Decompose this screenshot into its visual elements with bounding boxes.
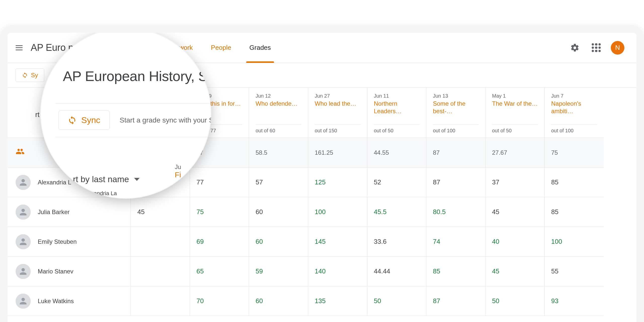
- assignment-header[interactable]: Jun 11 Northern Leaders… out of 50: [367, 88, 426, 138]
- sync-button[interactable]: Sy: [16, 68, 44, 82]
- assignment-outof: out of 150: [315, 128, 337, 133]
- magnified-sync-description: Start a grade sync with your SIS: [120, 116, 211, 124]
- student-row-header[interactable]: Emily Steuben: [8, 227, 131, 257]
- assignment-title: Who defende…: [256, 100, 301, 107]
- assignment-title: The War of the…: [492, 100, 538, 107]
- overall-grade-cell[interactable]: [131, 257, 190, 286]
- grade-cell[interactable]: 50: [367, 286, 426, 316]
- gear-icon[interactable]: [570, 43, 580, 53]
- class-avg-cell: 75: [545, 138, 604, 168]
- class-avg-cell: 161.25: [308, 138, 367, 168]
- assignment-outof: out of 60: [256, 128, 275, 133]
- assignment-date: Jun 27: [315, 93, 360, 99]
- magnifier-overlay: AP European History, Su Sync Start a gra…: [40, 33, 211, 199]
- sync-icon: [22, 72, 28, 78]
- class-avg-cell: 27.67: [486, 138, 545, 168]
- grade-cell[interactable]: 85: [426, 257, 486, 286]
- class-avg-cell: 87: [426, 138, 486, 168]
- assignment-title: Who lead the…: [315, 100, 360, 107]
- assignment-date: Jun 13: [433, 93, 479, 99]
- grade-cell[interactable]: 60: [249, 227, 308, 257]
- grade-cell[interactable]: 74: [426, 227, 486, 257]
- student-avatar: [16, 175, 31, 190]
- assignment-date: Jun 7: [551, 93, 597, 99]
- grade-cell[interactable]: 85: [545, 197, 604, 227]
- student-avatar: [16, 294, 31, 309]
- grade-cell[interactable]: 33.6: [367, 227, 426, 257]
- student-row-header[interactable]: Julia Barker: [8, 197, 131, 227]
- grade-cell[interactable]: 77: [190, 168, 249, 197]
- grade-cell[interactable]: 60: [249, 286, 308, 316]
- assignment-header[interactable]: Jun 27 Who lead the… out of 150: [308, 88, 367, 138]
- apps-icon[interactable]: [592, 43, 601, 52]
- grade-cell[interactable]: 52: [367, 168, 426, 197]
- class-avg-cell: 44.55: [367, 138, 426, 168]
- grade-cell[interactable]: 60: [249, 197, 308, 227]
- magnified-col-date: Ju: [175, 164, 181, 171]
- magnified-col-title: Fi: [175, 171, 181, 179]
- overall-grade-cell[interactable]: [131, 227, 190, 257]
- magnified-sync-label: Sync: [81, 115, 100, 125]
- sync-icon: [68, 116, 77, 125]
- assignment-outof: out of 100: [433, 128, 455, 133]
- grade-cell[interactable]: 87: [426, 168, 486, 197]
- student-name: Alexandria L: [38, 179, 71, 186]
- grade-cell[interactable]: 100: [308, 197, 367, 227]
- class-avg-cell: 58.5: [249, 138, 308, 168]
- grade-cell[interactable]: 45: [486, 257, 545, 286]
- grade-cell[interactable]: 40: [486, 227, 545, 257]
- assignment-title: Northern Leaders…: [374, 100, 420, 115]
- chevron-down-icon[interactable]: [134, 178, 140, 181]
- grade-cell[interactable]: 140: [308, 257, 367, 286]
- grade-cell[interactable]: 44.44: [367, 257, 426, 286]
- assignment-outof: out of 50: [374, 128, 393, 133]
- grade-cell[interactable]: 93: [545, 286, 604, 316]
- student-avatar: [16, 264, 31, 279]
- grade-cell[interactable]: 37: [486, 168, 545, 197]
- grade-cell[interactable]: 80.5: [426, 197, 486, 227]
- student-row-header[interactable]: Luke Watkins: [8, 286, 131, 316]
- people-icon: [16, 147, 25, 158]
- grade-cell[interactable]: 100: [545, 227, 604, 257]
- assignment-title: Some of the best-…: [433, 100, 479, 115]
- magnified-sync-button[interactable]: Sync: [58, 110, 110, 130]
- student-row-header[interactable]: Mario Stanev: [8, 257, 131, 286]
- assignment-date: May 1: [492, 93, 538, 99]
- assignment-date: Jun 12: [256, 93, 301, 99]
- assignment-header[interactable]: Jun 13 Some of the best-… out of 100: [426, 88, 486, 138]
- student-name: Emily Steuben: [38, 238, 77, 245]
- overall-grade-cell[interactable]: [131, 286, 190, 316]
- magnified-sort-label[interactable]: rt by last name: [73, 174, 129, 184]
- tab-people[interactable]: People: [211, 33, 231, 63]
- student-name: Julia Barker: [38, 209, 70, 216]
- assignment-header[interactable]: May 1 The War of the… out of 50: [486, 88, 545, 138]
- grade-cell[interactable]: 145: [308, 227, 367, 257]
- grade-cell[interactable]: 59: [249, 257, 308, 286]
- avatar[interactable]: N: [611, 41, 624, 55]
- grade-cell[interactable]: 69: [190, 227, 249, 257]
- assignment-title: Napoleon's ambiti…: [551, 100, 597, 115]
- grade-cell[interactable]: 57: [249, 168, 308, 197]
- assignment-header[interactable]: Jun 12 Who defende… out of 60: [249, 88, 308, 138]
- grade-cell[interactable]: 55: [545, 257, 604, 286]
- student-name: Luke Watkins: [38, 298, 74, 305]
- grade-cell[interactable]: 70: [190, 286, 249, 316]
- student-avatar: [16, 234, 31, 249]
- tab-grades[interactable]: Grades: [249, 33, 271, 63]
- grade-cell[interactable]: 45: [486, 197, 545, 227]
- grade-cell[interactable]: 125: [308, 168, 367, 197]
- menu-icon[interactable]: [16, 44, 23, 51]
- grade-cell[interactable]: 65: [190, 257, 249, 286]
- grade-cell[interactable]: 45.5: [367, 197, 426, 227]
- grade-cell[interactable]: 50: [486, 286, 545, 316]
- sync-button-label: Sy: [31, 72, 38, 79]
- student-avatar: [16, 205, 31, 220]
- grade-cell[interactable]: 135: [308, 286, 367, 316]
- grade-cell[interactable]: 85: [545, 168, 604, 197]
- student-name: Mario Stanev: [38, 268, 73, 275]
- grade-cell[interactable]: 87: [426, 286, 486, 316]
- assignment-outof: out of 100: [551, 128, 574, 133]
- assignment-header[interactable]: Jun 7 Napoleon's ambiti… out of 100: [545, 88, 604, 138]
- overall-grade-cell[interactable]: 45: [131, 197, 190, 227]
- grade-cell[interactable]: 75: [190, 197, 249, 227]
